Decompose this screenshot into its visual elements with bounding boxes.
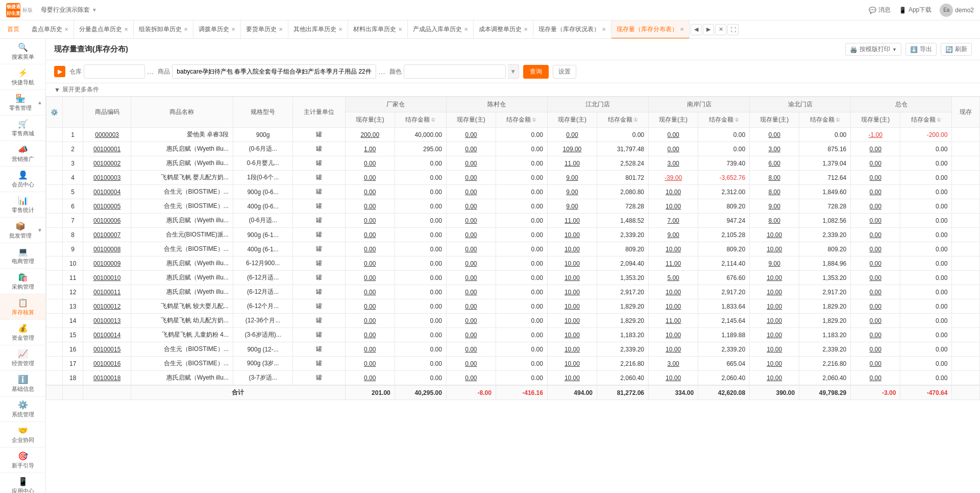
sidebar-item-wholesale[interactable]: 📦 批发管理 ▼ [0, 218, 45, 243]
table-cell: 2,917.20 [698, 285, 750, 299]
table-cell: 00100008 [83, 242, 131, 256]
nav-next-btn[interactable]: ▶ [703, 24, 714, 35]
sidebar-item-retail-mgmt[interactable]: 🏪 零售管理 ▲ [0, 90, 45, 115]
sidebar-item-quicknav[interactable]: ⚡ 快捷导航 [0, 64, 45, 90]
table-cell: 947.24 [698, 214, 750, 228]
tab-close-4[interactable]: ✕ [279, 27, 283, 32]
table-cell: 0.00 [900, 271, 952, 285]
sidebar-item-finance[interactable]: 💰 资金管理 [0, 320, 45, 345]
color-input[interactable] [404, 64, 506, 79]
sidebar-item-ecommerce[interactable]: 💻 电商管理 [0, 243, 45, 269]
table-cell: 0.00 [900, 156, 952, 171]
tab-9[interactable]: 现存量（库存状况表） ✕ [533, 20, 611, 39]
base-icon: ℹ️ [18, 374, 28, 384]
sidebar-item-purchase[interactable]: 🛍️ 采购管理 [0, 269, 45, 294]
table-cell [952, 171, 980, 185]
product-dots[interactable]: ... [378, 67, 385, 76]
warehouse-input[interactable] [84, 64, 145, 79]
info-icon-3[interactable]: ① [633, 117, 638, 123]
sidebar-item-mall[interactable]: 🛒 零售商城 [0, 115, 45, 141]
sidebar-item-guide[interactable]: 🎯 新手引导 [0, 448, 45, 473]
tab-close-10[interactable]: ✕ [680, 27, 684, 32]
tab-close-1[interactable]: ✕ [124, 27, 128, 32]
sidebar-label-retail-mgmt: 零售管理 [9, 104, 32, 112]
sidebar-item-marketing[interactable]: 📣 营销推广 [0, 141, 45, 167]
export-btn[interactable]: ⬇️ 导出 [905, 43, 937, 56]
sidebar-item-apps[interactable]: 📱 应用中心 [0, 473, 45, 493]
user-area[interactable]: Ea demo2 [940, 4, 974, 17]
sidebar-item-collab[interactable]: 🤝 企业协同 [0, 422, 45, 448]
company-dropdown[interactable]: 母婴行业演示陈套 ▼ [41, 6, 97, 14]
nav-close-btn[interactable]: ✕ [715, 24, 726, 35]
table-cell: 18 [63, 371, 83, 386]
info-icon-5[interactable]: ① [836, 117, 840, 123]
tab-10[interactable]: 现存量（库存分布表） ✕ [611, 20, 690, 39]
query-btn[interactable]: 查询 [523, 65, 549, 79]
sidebar-label-ecommerce: 电商管理 [12, 257, 34, 265]
tab-close-5[interactable]: ✕ [338, 27, 342, 32]
info-icon-6[interactable]: ① [937, 117, 941, 123]
dropdown-arrow-icon[interactable]: ▼ [92, 7, 97, 13]
info-icon-1[interactable]: ① [431, 117, 435, 123]
tab-1[interactable]: 分量盘点单历史 ✕ [74, 20, 134, 39]
table-cell: 3 [63, 156, 83, 171]
table-cell: 0.00 [446, 142, 496, 156]
table-cell: 2,216.80 [799, 357, 851, 371]
table-cell: 0.00 [851, 271, 900, 285]
sidebar-item-search[interactable]: 🔍 搜索英单 [0, 39, 45, 64]
tab-close-9[interactable]: ✕ [602, 27, 606, 32]
tab-2[interactable]: 组装拆卸单历史 ✕ [134, 20, 193, 39]
table-cell: 00100009 [83, 256, 131, 271]
table-row: 1400100013飞鹤星飞帆 幼儿配方奶...(12-36个月...罐0.00… [46, 314, 980, 328]
table-cell: 0.00 [345, 256, 395, 271]
table-cell: 0.00 [395, 371, 446, 386]
color-arrow[interactable]: ▼ [508, 64, 519, 79]
table-cell: 0.00 [496, 299, 547, 314]
export-label: 导出 [920, 45, 932, 54]
sidebar-item-base[interactable]: ℹ️ 基础信息 [0, 371, 45, 396]
nav-prev-btn[interactable]: ◀ [691, 24, 702, 35]
tab-label-0: 盘点单历史 [32, 25, 62, 34]
table-cell: 合生元（BIOSTIME）... [131, 342, 233, 357]
info-icon-2[interactable]: ① [532, 117, 536, 123]
table-cell [46, 185, 63, 199]
tab-close-3[interactable]: ✕ [231, 27, 235, 32]
tab-4[interactable]: 要货单历史 ✕ [241, 20, 288, 39]
tab-close-0[interactable]: ✕ [64, 27, 68, 32]
sidebar-item-inventory[interactable]: 📋 库存核算 [0, 294, 45, 320]
tab-7[interactable]: 产成品入库单历史 ✕ [408, 20, 474, 39]
tab-5[interactable]: 其他出库单历史 ✕ [288, 20, 348, 39]
tab-3[interactable]: 调拨单历史 ✕ [193, 20, 241, 39]
tab-close-2[interactable]: ✕ [184, 27, 188, 32]
table-wrapper[interactable]: ⚙️ 商品编码 商品名称 规格型号 主计量单位 厂家仓 陈村仓 江北门店 南岸门… [46, 97, 980, 493]
tab-8[interactable]: 成本调整单历史 ✕ [474, 20, 533, 39]
nav-expand-btn[interactable]: ⛶ [727, 24, 739, 35]
tab-6[interactable]: 材料出库单历史 ✕ [348, 20, 408, 39]
expand-conditions-btn[interactable]: ▼ 展开更多条件 [54, 85, 99, 94]
table-cell: 10.00 [750, 228, 799, 242]
sidebar-item-retail-stats[interactable]: 📊 零售统计 [0, 192, 45, 218]
table-cell: 0.00 [900, 357, 952, 371]
product-input[interactable] [172, 64, 376, 79]
logo-icon: 畅捷通好生意 [6, 3, 20, 17]
tab-close-6[interactable]: ✕ [398, 27, 402, 32]
tab-close-8[interactable]: ✕ [524, 27, 528, 32]
info-icon-4[interactable]: ① [734, 117, 739, 123]
print-btn[interactable]: 🖨️ 按模版打印 ▼ [845, 43, 901, 56]
sidebar-item-system[interactable]: ⚙️ 系统管理 [0, 396, 45, 422]
sidebar-item-operation[interactable]: 📈 经营管理 [0, 345, 45, 371]
table-cell: 罐 [293, 142, 345, 156]
tab-home[interactable]: 首页 [0, 25, 27, 34]
settings-btn[interactable]: 设置 [553, 65, 576, 79]
message-btn[interactable]: 💬 消息 [869, 6, 891, 14]
filter-expand-btn[interactable]: ▶ [54, 66, 65, 77]
tab-close-7[interactable]: ✕ [464, 27, 468, 32]
table-cell: 00100004 [83, 185, 131, 199]
warehouse-dots[interactable]: ... [147, 67, 154, 76]
tab-0[interactable]: 盘点单历史 ✕ [27, 20, 74, 39]
refresh-btn[interactable]: 🔄 刷新 [941, 43, 972, 56]
app-download-btn[interactable]: 📱 App下载 [899, 6, 932, 14]
product-field: 商品 ... [158, 64, 385, 79]
table-cell: 0000003 [83, 128, 131, 142]
sidebar-item-member[interactable]: 👤 会员中心 [0, 167, 45, 192]
